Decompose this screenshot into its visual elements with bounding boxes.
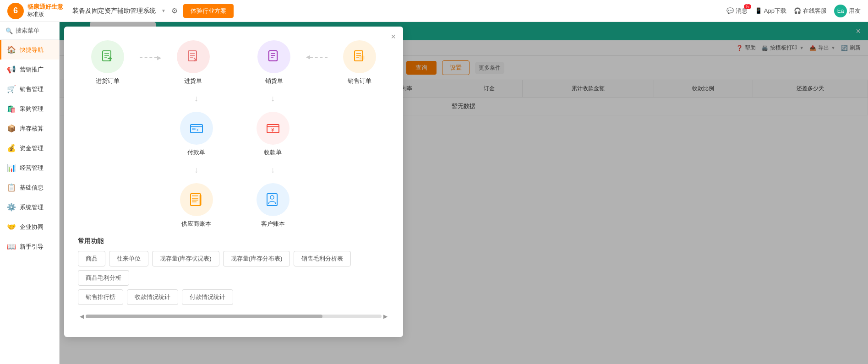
func-btn-stock-status[interactable]: 现存量(库存状况表) bbox=[152, 251, 219, 266]
func-btn-receipt-stats[interactable]: 收款情况统计 bbox=[127, 289, 178, 305]
message-btn[interactable]: 💬 消息 5 bbox=[726, 7, 748, 15]
func-btn-stock-dist[interactable]: 现存量(库存分布表) bbox=[223, 251, 290, 266]
sales-order-label: 销售订单 bbox=[348, 77, 371, 85]
operations-icon: 📊 bbox=[7, 163, 16, 172]
collab-icon: 🤝 bbox=[7, 223, 16, 231]
sidebar-item-inventory[interactable]: 📦 库存核算 bbox=[0, 119, 59, 138]
common-funcs: 常用功能 商品 往来单位 现存量(库存状况表) 现存量(库存分布表) 销售毛利分… bbox=[78, 237, 389, 305]
logo-text: 畅康通好生意 标准版 bbox=[27, 3, 63, 18]
flow-node-payment[interactable]: ¥ 付款单 bbox=[167, 112, 225, 157]
user-name: 用友 bbox=[849, 7, 861, 15]
sidebar-item-collab[interactable]: 🤝 企业协同 bbox=[0, 217, 59, 237]
supplier-ledger-icon bbox=[180, 183, 213, 216]
try-btn[interactable]: 体验行业方案 bbox=[183, 4, 234, 18]
sales-bill-label: 销货单 bbox=[265, 77, 283, 85]
logo-area: 6 畅康通好生意 标准版 bbox=[7, 3, 67, 19]
sidebar-item-sales[interactable]: 🛒 销售管理 bbox=[0, 79, 59, 99]
func-btn-partner[interactable]: 往来单位 bbox=[109, 251, 148, 266]
guide-icon: 📖 bbox=[7, 242, 16, 251]
func-btn-product[interactable]: 商品 bbox=[78, 251, 105, 266]
basic-info-icon: 📋 bbox=[7, 183, 16, 192]
search-menu[interactable]: 🔍 搜索菜单 bbox=[0, 22, 59, 40]
v-arrow-purchase: ↓ bbox=[167, 94, 225, 103]
receipt-label: 收款单 bbox=[264, 148, 282, 157]
sidebar: 🔍 搜索菜单 🏠 快捷导航 📢 营销推广 🛒 销售管理 🛍️ 采购管理 📦 bbox=[0, 22, 60, 364]
guide-label: 新手引导 bbox=[20, 243, 44, 251]
flow-v-arrows-row: ↓ ↓ bbox=[78, 94, 389, 103]
settings-icon[interactable]: ⚙ bbox=[171, 6, 178, 15]
top-bar: 6 畅康通好生意 标准版 装备及固定资产辅助管理系统 ▼ ⚙ 体验行业方案 💬 … bbox=[0, 0, 868, 22]
v-arrow-sales: ↓ bbox=[244, 94, 302, 103]
collab-label: 企业协同 bbox=[20, 223, 44, 231]
app-download-btn[interactable]: 📱 App下载 bbox=[755, 7, 786, 15]
modal-close-btn[interactable]: × bbox=[391, 32, 396, 42]
sidebar-item-system[interactable]: ⚙️ 系统管理 bbox=[0, 197, 59, 217]
quick-nav-label: 快捷导航 bbox=[20, 46, 44, 54]
online-service-btn[interactable]: 🎧 在线客服 bbox=[794, 7, 827, 15]
flow-node-purchase-order[interactable]: 进货订单 bbox=[78, 40, 137, 85]
sidebar-item-finance[interactable]: 💰 资金管理 bbox=[0, 138, 59, 158]
flow-node-sales-order[interactable]: 销售订单 bbox=[330, 40, 389, 85]
purchase-bill-icon bbox=[177, 40, 210, 73]
flow-row-1: 进货订单 ▶ bbox=[78, 40, 389, 85]
sidebar-item-marketing[interactable]: 📢 营销推广 bbox=[0, 60, 59, 79]
func-buttons: 商品 往来单位 现存量(库存状况表) 现存量(库存分布表) 销售毛利分析表 商品… bbox=[78, 251, 389, 286]
svg-rect-20 bbox=[192, 128, 196, 130]
flow-node-customer-ledger[interactable]: 客户账本 bbox=[244, 183, 302, 228]
flow-node-receipt[interactable]: ¥ 收款单 bbox=[244, 112, 302, 157]
purchase-order-label: 进货订单 bbox=[96, 77, 120, 85]
purchase-icon: 🛍️ bbox=[7, 104, 16, 113]
receipt-icon: ¥ bbox=[257, 112, 289, 145]
flow-node-sales-bill[interactable]: 销货单 bbox=[244, 40, 304, 85]
scroll-track[interactable] bbox=[86, 315, 382, 318]
scroll-thumb bbox=[86, 315, 322, 318]
scroll-left-btn[interactable]: ◀ bbox=[78, 313, 86, 320]
marketing-icon: 📢 bbox=[7, 65, 16, 74]
sales-icon: 🛒 bbox=[7, 85, 16, 93]
flow-node-purchase-bill[interactable]: 进货单 bbox=[164, 40, 223, 85]
sales-order-icon bbox=[343, 40, 376, 73]
customer-ledger-label: 客户账本 bbox=[261, 220, 285, 228]
supplier-ledger-label: 供应商账本 bbox=[181, 220, 211, 228]
svg-rect-26 bbox=[192, 195, 198, 196]
func-btn-sales-margin[interactable]: 销售毛利分析表 bbox=[294, 251, 351, 266]
func-btn-product-margin[interactable]: 商品毛利分析 bbox=[78, 270, 129, 286]
user-menu[interactable]: Ea 用友 bbox=[834, 5, 861, 17]
app-wrapper: 6 畅康通好生意 标准版 装备及固定资产辅助管理系统 ▼ ⚙ 体验行业方案 💬 … bbox=[0, 0, 868, 364]
sidebar-item-quick-nav[interactable]: 🏠 快捷导航 bbox=[0, 40, 59, 60]
flow-v-arrows-row2: ↓ ↓ bbox=[78, 166, 389, 174]
inventory-label: 库存核算 bbox=[20, 125, 44, 133]
sales-label: 销售管理 bbox=[20, 85, 44, 93]
basic-info-label: 基础信息 bbox=[20, 184, 44, 192]
message-icon: 💬 bbox=[726, 7, 734, 14]
main-area: 🔍 搜索菜单 🏠 快捷导航 📢 营销推广 🛒 销售管理 🛍️ 采购管理 📦 bbox=[0, 22, 868, 364]
quick-nav-icon: 🏠 bbox=[7, 45, 16, 54]
func-btn-sales-rank[interactable]: 销售排行榜 bbox=[78, 289, 123, 305]
sidebar-item-basic-info[interactable]: 📋 基础信息 bbox=[0, 178, 59, 197]
system-icon: ⚙️ bbox=[7, 203, 16, 212]
payment-icon: ¥ bbox=[180, 112, 213, 145]
system-title: 装备及固定资产辅助管理系统 bbox=[72, 7, 156, 15]
search-menu-label: 搜索菜单 bbox=[16, 27, 39, 35]
system-title-dropdown[interactable]: ▼ bbox=[161, 8, 166, 13]
v-spacer2-right bbox=[302, 166, 389, 174]
modal-scrollbar: ◀ ▶ bbox=[78, 310, 389, 323]
service-icon: 🎧 bbox=[794, 7, 801, 14]
operations-label: 经营管理 bbox=[20, 164, 44, 172]
flow-node-supplier-ledger[interactable]: 供应商账本 bbox=[167, 183, 225, 228]
sidebar-item-guide[interactable]: 📖 新手引导 bbox=[0, 237, 59, 256]
app-download-label: App下载 bbox=[764, 7, 786, 15]
purchase-order-icon bbox=[91, 40, 124, 73]
scroll-right-btn[interactable]: ▶ bbox=[382, 313, 389, 320]
top-bar-right: 💬 消息 5 📱 App下载 🎧 在线客服 Ea 用友 bbox=[726, 5, 861, 17]
avatar: Ea bbox=[834, 5, 847, 17]
func-btn-payment-stats[interactable]: 付款情况统计 bbox=[182, 289, 233, 305]
sidebar-item-purchase[interactable]: 🛍️ 采购管理 bbox=[0, 99, 59, 119]
flow-row-3: 供应商账本 bbox=[78, 183, 389, 228]
logo-main: 畅康通好生意 bbox=[27, 3, 63, 11]
svg-point-32 bbox=[270, 196, 274, 199]
finance-icon: 💰 bbox=[7, 144, 16, 152]
sidebar-item-operations[interactable]: 📊 经营管理 bbox=[0, 158, 59, 178]
download-icon: 📱 bbox=[755, 7, 762, 14]
v-spacer2 bbox=[225, 166, 244, 174]
